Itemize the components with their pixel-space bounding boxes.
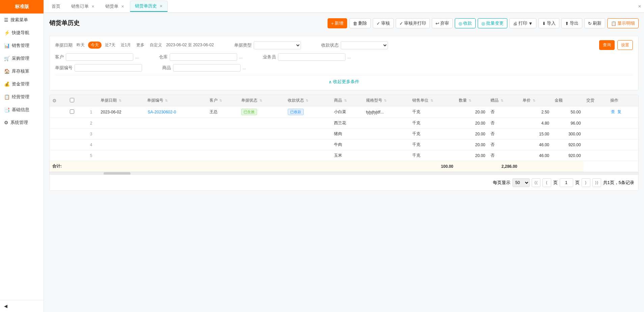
- first-page-button[interactable]: ⟨⟨: [532, 178, 540, 187]
- export-button[interactable]: ⬆ 导出: [561, 18, 582, 28]
- row-checkbox[interactable]: [67, 118, 85, 129]
- th-unit[interactable]: 销售单位 ⇅: [410, 95, 456, 106]
- query-button[interactable]: 查询: [599, 40, 615, 50]
- show-detail-button[interactable]: 📋 显示明细: [607, 18, 639, 28]
- row-checkbox[interactable]: [67, 139, 85, 150]
- th-goods[interactable]: 商品 ⇅: [331, 95, 363, 106]
- sidebar-item-sales-mgmt[interactable]: 📊 销售管理: [0, 39, 44, 52]
- horizontal-scrollbar[interactable]: [50, 172, 638, 175]
- sidebar-item-label: 快捷导航: [12, 30, 29, 36]
- close-all-tabs[interactable]: ✕: [638, 4, 641, 9]
- sidebar-collapse-btn[interactable]: ◀: [0, 300, 44, 312]
- row-qty: 20.00: [456, 139, 488, 150]
- row-trade: [584, 139, 608, 150]
- row-goods: 牛肉: [331, 139, 363, 150]
- tab-home[interactable]: 首页: [47, 1, 65, 11]
- row-checkbox[interactable]: [67, 150, 85, 161]
- sidebar-item-purchase-mgmt[interactable]: 🛒 采购管理: [0, 52, 44, 65]
- row-doc-number[interactable]: SA-20230602-0: [144, 106, 207, 118]
- row-doc-number[interactable]: [144, 139, 207, 150]
- goods-dots[interactable]: ...: [243, 66, 246, 70]
- tab-sales-delivery-close[interactable]: ✕: [121, 4, 124, 9]
- row-doc-date: [98, 150, 144, 161]
- audit-button[interactable]: ✓ 审核: [373, 18, 394, 28]
- action-link[interactable]: 复: [617, 109, 621, 114]
- row-doc-number[interactable]: [144, 129, 207, 139]
- action-link[interactable]: 查: [611, 109, 615, 114]
- per-page-label: 每页显示: [493, 180, 510, 186]
- row-customer: [207, 150, 239, 161]
- th-payment-status[interactable]: 收款状态 ⇅: [285, 95, 331, 106]
- date-btn-more[interactable]: 更多: [134, 42, 146, 49]
- sidebar-item-operation[interactable]: 📋 经营管理: [0, 90, 44, 103]
- page-label: 页: [553, 180, 558, 186]
- row-checkbox[interactable]: [67, 106, 85, 118]
- date-btn-today[interactable]: 今天: [88, 42, 102, 49]
- select-all-checkbox[interactable]: [70, 98, 74, 102]
- tab-sales-delivery[interactable]: 销货单 ✕: [100, 1, 129, 11]
- settings-button[interactable]: 设置: [617, 40, 633, 50]
- sidebar-item-finance[interactable]: 💰 资金管理: [0, 78, 44, 90]
- salesperson-input[interactable]: [278, 53, 345, 61]
- customer-input[interactable]: [66, 53, 133, 61]
- prev-page-button[interactable]: ⟨: [542, 178, 551, 187]
- sidebar-item-sys-mgmt[interactable]: ⚙ 系统管理: [0, 116, 44, 129]
- tab-sales-history-close[interactable]: ✕: [160, 4, 163, 8]
- doc-type-select[interactable]: [254, 41, 301, 49]
- th-qty[interactable]: 数量 ⇅: [456, 95, 488, 106]
- goods-filter: 商品 ...: [162, 64, 246, 72]
- sidebar-item-basic-info[interactable]: 📑 基础信息: [0, 103, 44, 116]
- row-gift: 否: [488, 106, 520, 118]
- goods-input[interactable]: [173, 64, 241, 72]
- payment-status-select[interactable]: [341, 41, 388, 49]
- th-spec[interactable]: 规格型号 ⇅: [363, 95, 410, 106]
- th-doc-number[interactable]: 单据编号 ⇅: [144, 95, 207, 106]
- per-page-select[interactable]: 50 100: [512, 178, 530, 187]
- th-settings[interactable]: ⚙: [50, 95, 67, 106]
- tab-sales-history[interactable]: 销货单历史 ✕: [130, 1, 168, 12]
- date-btn-custom[interactable]: 自定义: [148, 42, 164, 49]
- th-customer[interactable]: 客户 ⇅: [207, 95, 239, 106]
- row-checkbox[interactable]: [67, 129, 85, 139]
- date-btn-7days[interactable]: 近7天: [103, 42, 117, 49]
- page-number-input[interactable]: [560, 178, 573, 187]
- sidebar-item-search-menu[interactable]: ☰ 搜索菜单: [0, 14, 44, 26]
- row-select-checkbox[interactable]: [70, 109, 74, 114]
- tab-sales-order-close[interactable]: ✕: [91, 4, 94, 9]
- sidebar-item-inventory[interactable]: 🏠 库存核算: [0, 65, 44, 78]
- customer-dots[interactable]: ...: [135, 55, 139, 59]
- table-row: 3 猪肉 千克 20.00 否 15.00 300.00: [50, 129, 638, 139]
- date-btn-yesterday[interactable]: 昨天: [75, 42, 87, 49]
- last-page-button[interactable]: ⟩⟩: [592, 178, 601, 187]
- batch-change-button[interactable]: ◎ 批量变更: [478, 18, 507, 28]
- doc-number-input[interactable]: [75, 64, 142, 72]
- import-button[interactable]: ⬇ 导入: [538, 18, 559, 28]
- warehouse-dots[interactable]: ...: [239, 55, 243, 59]
- audit-print-button[interactable]: ✓ 审核并打印: [396, 18, 430, 28]
- row-doc-number[interactable]: [144, 150, 207, 161]
- th-doc-status[interactable]: 单据状态 ⇅: [239, 95, 285, 106]
- collect-icon: ◎: [458, 21, 462, 26]
- row-unit: 千克: [410, 139, 456, 150]
- add-button[interactable]: + 新增: [328, 18, 347, 28]
- print-button[interactable]: 🖨 打印 ▼: [509, 18, 536, 28]
- th-doc-date[interactable]: 单据日期 ⇅: [98, 95, 144, 106]
- date-btn-1month[interactable]: 近1月: [119, 42, 133, 49]
- collapse-button[interactable]: ∧ 收起更多条件: [55, 77, 633, 86]
- abandon-button[interactable]: ↩ 弃审: [432, 18, 453, 28]
- th-price[interactable]: 单价 ⇅: [520, 95, 552, 106]
- sidebar-item-quick-nav[interactable]: ⚡ 快捷导航: [0, 26, 44, 39]
- warehouse-input[interactable]: [170, 53, 237, 61]
- tab-sales-order[interactable]: 销售订单 ✕: [66, 1, 100, 11]
- row-num: 3: [84, 129, 98, 139]
- sort-icon: ⇅: [430, 99, 433, 102]
- row-actions: 查 复: [608, 106, 638, 118]
- collect-button[interactable]: ◎ 收款: [455, 18, 476, 28]
- next-page-button[interactable]: ⟩: [582, 178, 590, 187]
- delete-button[interactable]: 🗑 删除: [349, 18, 371, 28]
- row-doc-number[interactable]: [144, 118, 207, 129]
- th-gift[interactable]: 赠品 ⇅: [488, 95, 520, 106]
- th-checkbox[interactable]: [67, 95, 85, 106]
- salesperson-dots[interactable]: ...: [347, 55, 351, 59]
- refresh-button[interactable]: ↻ 刷新: [584, 18, 605, 28]
